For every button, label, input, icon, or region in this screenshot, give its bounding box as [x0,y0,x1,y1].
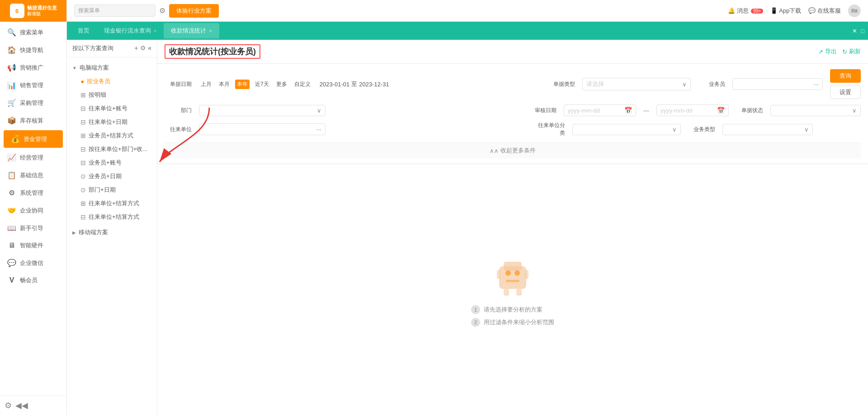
topbar-gear-icon[interactable]: ⚙ [159,6,165,15]
tree-item-partner-settle1[interactable]: ⊞ 往来单位+结算方式 [67,197,157,210]
grid-icon: ⊞ [80,91,86,99]
salesperson-label: 业务员 [698,80,725,88]
partner-select[interactable]: ··· [199,123,326,135]
tree-group-mobile-header[interactable]: ▶ 移动端方案 [67,226,157,239]
shortcut-custom[interactable]: 自定义 [292,80,312,89]
doc-type-select[interactable]: 请选择 ∨ [582,78,691,90]
sidebar-item-wechat[interactable]: 💬 企业微信 [0,254,66,272]
dept-select[interactable]: ∨ [199,105,326,116]
sidebar-item-guide[interactable]: 📖 新手引导 [0,219,66,237]
collapse-sidebar-icon[interactable]: ◀◀ [15,401,28,410]
sidebar-item-finance[interactable]: 💰 资金管理 [4,130,63,148]
user-avatar[interactable]: Rit [848,5,861,17]
partner-more-btn[interactable]: ··· [316,126,321,133]
close-window-icon[interactable]: ✕ [852,28,857,34]
date-shortcuts: 上月 本月 本年 近7天 更多 自定义 [199,80,312,89]
tree-item-salesperson-date[interactable]: ⊙ 业务员+日期 [67,170,157,183]
app-download-item[interactable]: 📱 App下载 [770,7,801,15]
salesperson-select[interactable]: ··· [732,78,823,90]
sidebar-item-management[interactable]: 📈 经营管理 [0,149,66,166]
tree-item-salesperson-settle[interactable]: ⊞ 业务员+结算方式 [67,129,157,142]
tree-item-salesperson[interactable]: ● 按业务员 [67,75,157,88]
empty-steps: 1 请先选择要分析的方案 2 用过滤条件来缩小分析范围 [471,305,554,327]
shortcut-this-year[interactable]: 本年 [235,80,250,89]
svg-rect-6 [525,270,528,279]
collapse-filter-bar[interactable]: ∧∧ 收起更多条件 [165,142,861,158]
sidebar-item-member[interactable]: V 畅会员 [0,272,66,289]
search-menu-input[interactable]: 搜索菜单 [74,5,156,17]
calendar-from-icon: 📅 [624,107,632,114]
online-service-item[interactable]: 💬 在线客服 [808,7,841,15]
tree-item-salesperson-account[interactable]: ⊟ 业务员+账号 [67,156,157,170]
tree-group-desktop-header[interactable]: ▼ 电脑端方案 [67,61,157,75]
notification-item[interactable]: 🔔 消息 99+ [728,7,763,15]
sidebar-item-system[interactable]: ⚙ 系统管理 [0,184,66,202]
query-button[interactable]: 查询 [830,69,861,83]
svg-rect-5 [497,270,500,279]
tab-collection-close[interactable]: × [209,28,212,33]
settings-gear-icon[interactable]: ⚙ [5,401,12,410]
sidebar-item-search[interactable]: 🔍 搜索菜单 [0,24,66,41]
doc-status-select[interactable]: ∨ [770,105,861,116]
audit-date-from[interactable]: yyyy-mm-dd 📅 [564,104,636,116]
sidebar-item-basic[interactable]: 📋 基础信息 [0,166,66,184]
tab-bank-flow-close[interactable]: × [154,28,156,33]
refresh-button[interactable]: ↻ 刷新 [842,47,861,56]
system-icon: ⚙ [7,189,16,197]
empty-illustration [486,253,540,298]
audit-date-to[interactable]: yyyy-mm-dd 📅 [656,104,729,116]
maximize-window-icon[interactable]: □ [861,28,864,34]
chevron-right-icon: ▶ [72,230,76,235]
tree-item-dept-date[interactable]: ⊙ 部门+日期 [67,183,157,197]
shortcut-7days[interactable]: 近7天 [253,80,271,89]
finance-icon: 💰 [11,135,20,143]
sidebar-item-quicknav[interactable]: 🏠 快捷导航 [0,41,66,59]
salesperson-more-btn[interactable]: ··· [813,80,819,88]
tree-item-partner-date[interactable]: ⊟ 往来单位+日期 [67,115,157,129]
dept-chevron-icon: ∨ [317,107,321,114]
scheme-panel-title: 按以下方案查询 [72,44,113,52]
partner-category-select[interactable]: ∨ [572,124,681,135]
date-separator: 至 [351,80,357,88]
tree-item-partner-account[interactable]: ⊟ 往来单位+账号 [67,102,157,115]
scheme-settings-button[interactable]: ⚙ [140,44,146,52]
shortcut-this-month[interactable]: 本月 [217,80,231,89]
calendar-to-icon: 📅 [717,107,725,114]
export-button[interactable]: ↗ 导出 [818,47,837,56]
sidebar-item-inventory[interactable]: 📦 库存核算 [0,112,66,129]
doc-type-label: 单据类型 [548,80,575,88]
chevron-down-icon: ∨ [682,81,687,88]
tabs-bar: 首页 现金银行流水查询 × 收款情况统计 × ✕ □ [67,22,868,40]
collapse-scheme-panel-button[interactable]: « [148,44,151,52]
sidebar-item-marketing[interactable]: 📢 营销推广 [0,59,66,76]
chevron-down-icon: ▼ [72,66,77,71]
add-scheme-button[interactable]: + [134,44,138,52]
filter-settings-button[interactable]: 设置 [830,85,861,99]
topbar-right: 🔔 消息 99+ 📱 App下载 💬 在线客服 Rit [728,5,861,17]
sidebar-item-sales[interactable]: 📊 销售管理 [0,76,66,94]
sidebar-item-hardware[interactable]: 🖥 智能硬件 [0,237,66,254]
sidebar-item-purchase[interactable]: 🛒 采购管理 [0,94,66,112]
clock2-icon: ⊙ [80,186,86,193]
shortcut-last-month[interactable]: 上月 [199,80,213,89]
table3-icon: ⊟ [80,146,86,153]
clock-icon: ⊙ [80,173,86,180]
filter-area: 单据日期 上月 本月 本年 近7天 更多 自定义 2023-01-01 至 20… [157,64,868,164]
tree-item-detail[interactable]: ⊞ 按明细 [67,88,157,102]
tab-home[interactable]: 首页 [71,23,97,38]
tab-collection[interactable]: 收款情况统计 × [164,23,219,38]
guide-icon: 📖 [7,224,16,232]
page-header: 收款情况统计(按业务员) ↗ 导出 ↻ 刷新 [157,40,868,64]
scheme-experience-button[interactable]: 体验行业方案 [169,4,219,18]
table5-icon: ⊟ [80,213,86,221]
date-from: 2023-01-01 [320,81,350,88]
tree-item-partner-dept[interactable]: ⊟ 按往来单位+部门+收... [67,142,157,156]
sidebar-item-collab[interactable]: 🤝 企业协同 [0,202,66,219]
tree-item-partner-settle2[interactable]: ⊟ 往来单位+结算方式 [67,210,157,224]
hardware-icon: 🖥 [7,241,16,250]
business-type-select[interactable]: ∨ [722,124,813,135]
empty-state: 1 请先选择要分析的方案 2 用过滤条件来缩小分析范围 [157,164,868,415]
tab-bank-flow[interactable]: 现金银行流水查询 × [97,23,164,38]
date-range: 2023-01-01 至 2023-12-31 [320,80,389,88]
shortcut-more[interactable]: 更多 [274,80,289,89]
